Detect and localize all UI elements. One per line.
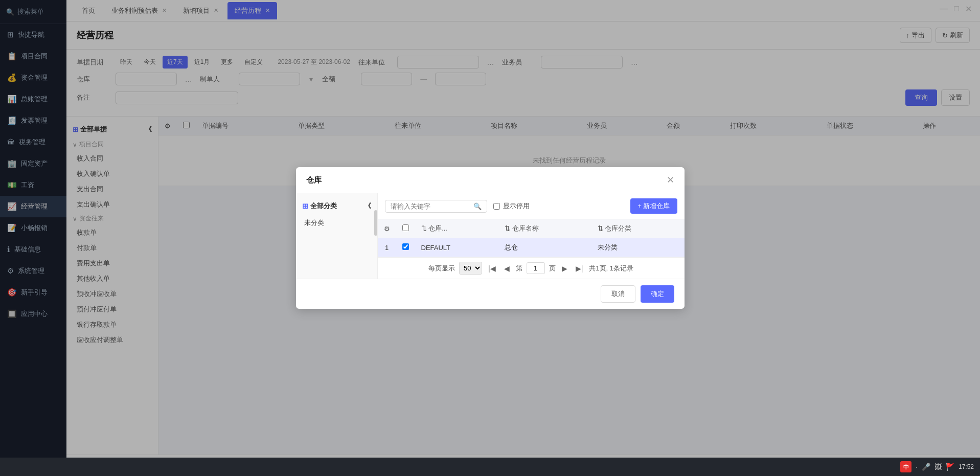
settings-icon: ⚙ — [384, 225, 390, 233]
modal-actions: 取消 确定 — [296, 279, 685, 309]
taskbar-extra-2: 🎤 — [922, 463, 930, 471]
modal-next-page-button[interactable]: ▶ — [560, 263, 569, 274]
modal-prev-page-button[interactable]: ◀ — [502, 263, 512, 274]
modal-page-input[interactable] — [527, 262, 545, 274]
maximize-button[interactable]: □ — [954, 4, 959, 14]
taskbar-extra-3: 🖼 — [935, 463, 942, 471]
modal-search-box: 🔍 — [385, 200, 487, 213]
col-select-all[interactable] — [396, 219, 415, 238]
modal-per-page-select[interactable]: 50 — [459, 262, 482, 275]
table-row[interactable]: 1 DEFAULT 总仓 未分类 — [378, 238, 685, 257]
show-disabled-checkbox-label[interactable]: 显示停用 — [493, 201, 530, 211]
row-checkbox[interactable] — [402, 243, 409, 250]
taskbar-app-icon[interactable]: 中 — [900, 461, 911, 472]
show-disabled-label: 显示停用 — [503, 201, 530, 211]
cell-checkbox[interactable] — [396, 238, 415, 257]
all-categories-icon: ⊞ — [302, 202, 308, 210]
modal-overlay: 仓库 ✕ ⊞ 全部分类 《 未分类 — [0, 0, 980, 476]
taskbar-extra-4: 🚩 — [946, 463, 954, 471]
modal-sidebar-header: ⊞ 全部分类 《 — [296, 197, 377, 215]
sort-icon-3: ⇅ — [598, 224, 603, 232]
show-disabled-checkbox[interactable] — [493, 203, 500, 210]
sidebar-scrollbar-thumb[interactable] — [374, 210, 377, 236]
modal-sidebar-collapse-icon[interactable]: 《 — [364, 201, 371, 211]
sort-icon: ⇅ — [421, 224, 427, 232]
col-warehouse-code: ⇅ 仓库... — [415, 219, 499, 238]
taskbar-extra-1: · — [916, 463, 918, 471]
modal-sidebar-item-uncategorized[interactable]: 未分类 — [296, 215, 377, 231]
modal-main: 🔍 显示停用 + 新增仓库 — [378, 193, 685, 279]
sidebar-scrollbar-track — [374, 193, 377, 279]
modal-title: 仓库 — [306, 175, 322, 185]
taskbar: 中 · 🎤 🖼 🚩 17:52 — [0, 458, 980, 476]
modal-page-label: 第 — [516, 264, 522, 273]
cell-warehouse-code: DEFAULT — [415, 238, 499, 257]
modal-last-page-button[interactable]: ▶| — [574, 263, 585, 274]
modal-close-button[interactable]: ✕ — [667, 174, 674, 186]
cell-warehouse-category: 未分类 — [591, 238, 685, 257]
modal-toolbar: 🔍 显示停用 + 新增仓库 — [378, 193, 685, 219]
modal-total-info: 共1页, 1条记录 — [589, 264, 633, 273]
modal-page-unit: 页 — [549, 264, 556, 273]
warehouse-table: ⚙ ⇅ 仓库... ⇅ — [378, 219, 685, 257]
col-settings-icon[interactable]: ⚙ — [378, 219, 396, 238]
cell-id: 1 — [378, 238, 396, 257]
all-categories-label[interactable]: 全部分类 — [310, 201, 337, 211]
modal-first-page-button[interactable]: |◀ — [486, 263, 498, 274]
sort-icon-2: ⇅ — [505, 224, 510, 232]
modal-search-icon[interactable]: 🔍 — [473, 202, 482, 210]
confirm-button[interactable]: 确定 — [641, 285, 674, 303]
cancel-button[interactable]: 取消 — [601, 285, 635, 303]
col-warehouse-name: ⇅ 仓库名称 — [498, 219, 591, 238]
minimize-button[interactable]: — — [940, 4, 948, 14]
modal-sidebar: ⊞ 全部分类 《 未分类 — [296, 193, 378, 279]
cell-warehouse-name: 总仓 — [498, 238, 591, 257]
warehouse-modal: 仓库 ✕ ⊞ 全部分类 《 未分类 — [296, 167, 685, 309]
modal-footer-bar: 每页显示 50 |◀ ◀ 第 页 ▶ ▶| 共1页, 1条记录 — [378, 257, 685, 279]
modal-per-page-label: 每页显示 — [428, 264, 455, 273]
taskbar-time: 17:52 — [959, 463, 974, 470]
col-warehouse-category: ⇅ 仓库分类 — [591, 219, 685, 238]
modal-table: ⚙ ⇅ 仓库... ⇅ — [378, 219, 685, 257]
modal-header: 仓库 ✕ — [296, 167, 685, 193]
modal-body: ⊞ 全部分类 《 未分类 🔍 — [296, 193, 685, 279]
close-button[interactable]: ✕ — [965, 4, 972, 14]
modal-select-all[interactable] — [402, 224, 409, 231]
add-warehouse-button[interactable]: + 新增仓库 — [630, 198, 677, 214]
modal-search-input[interactable] — [391, 202, 470, 210]
window-controls: — □ ✕ — [931, 0, 980, 18]
